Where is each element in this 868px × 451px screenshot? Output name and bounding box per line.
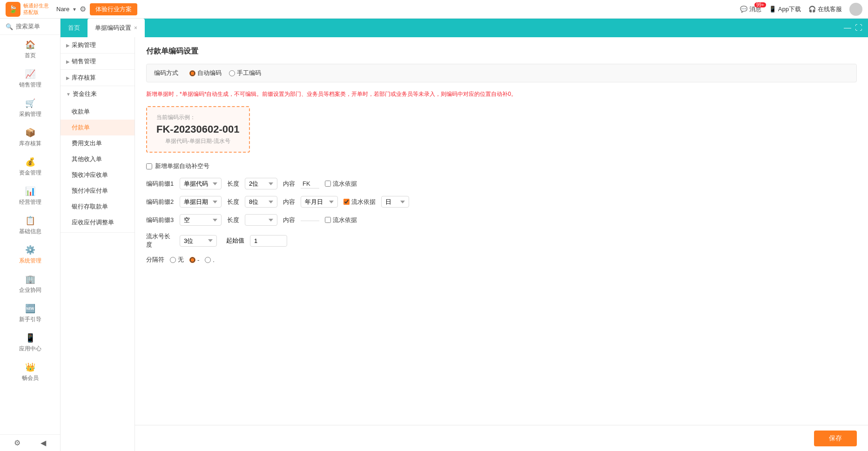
tab-bar: 首页 单据编码设置 × — ⛶ (61, 19, 868, 37)
menu-group-sales: ▶ 销售管理 (61, 54, 135, 70)
logo: 🍃 畅通好生意 搭配版 (6, 2, 49, 17)
search-icon: 🔍 (6, 23, 13, 30)
tab-minimize-btn[interactable]: — (844, 24, 851, 32)
prefix3-content-label: 内容 (283, 216, 295, 224)
member-icon: 👑 (25, 362, 35, 372)
prefix1-content-value: FK (301, 179, 319, 188)
auto-fill-checkbox[interactable] (146, 163, 152, 169)
separator-options: 无 - . (170, 256, 215, 264)
prefix2-length-select[interactable]: 4位 6位 8位 (245, 196, 277, 208)
prefix2-select[interactable]: 单据代码 单据日期 部门 业务员 空 (180, 196, 222, 208)
trial-btn[interactable]: 体验行业方案 (90, 3, 137, 15)
sub-menu-item-bank-deposit[interactable]: 银行存取款单 (61, 199, 135, 215)
sidebar-bottom: ⚙ ◀ (0, 434, 60, 451)
chevron-right-icon3: ▶ (66, 75, 70, 81)
menu-group-inventory: ▶ 库存核算 (61, 70, 135, 86)
prefix1-content-label: 内容 (283, 180, 295, 188)
tab-maximize-btn[interactable]: ⛶ (855, 24, 862, 32)
sub-menu-item-advance-payable[interactable]: 预付冲应付单 (61, 183, 135, 199)
prefix1-select[interactable]: 单据代码 单据日期 部门 业务员 空 (180, 178, 222, 189)
sep-none-radio[interactable]: 无 (170, 256, 184, 264)
sidebar-collapse-btn[interactable]: ◀ (40, 438, 46, 447)
code-preview-label: 当前编码示例： (156, 114, 240, 121)
user-avatar[interactable] (849, 3, 862, 16)
main-layout: 🔍 搜索菜单 🏠 首页 📈 销售管理 🛒 采购管理 📦 库存核算 💰 资金管理 … (0, 19, 868, 451)
sub-menu-item-receipt[interactable]: 收款单 (61, 104, 135, 120)
sub-menu-item-payment[interactable]: 付款单 (61, 120, 135, 135)
tab-close-btn[interactable]: × (134, 25, 137, 31)
menu-group-purchase-title[interactable]: ▶ 采购管理 (61, 37, 135, 53)
prefix3-content-value (301, 219, 319, 221)
sidebar-item-inventory[interactable]: 📦 库存核算 (0, 123, 60, 152)
prefix2-content-label: 内容 (283, 198, 295, 206)
prefix3-stream-check[interactable]: 流水依据 (325, 216, 357, 224)
sub-menu-item-other-income[interactable]: 其他收入单 (61, 151, 135, 167)
content-area: 首页 单据编码设置 × — ⛶ ▶ 采购管理 (61, 19, 868, 451)
company-dropdown-btn[interactable]: ▾ (73, 6, 76, 13)
prefix3-label: 编码前缀3 (146, 216, 174, 224)
inner-layout: ▶ 采购管理 ▶ 销售管理 ▶ 库存核算 (61, 37, 868, 451)
sales-icon: 📈 (25, 69, 35, 79)
menu-group-capital: ▼ 资金往来 收款单 付款单 费用支出单 (61, 86, 135, 233)
sidebar-item-apps[interactable]: 📱 应用中心 (0, 328, 60, 357)
sidebar-item-purchase[interactable]: 🛒 采购管理 (0, 94, 60, 123)
logo-icon: 🍃 (6, 2, 20, 17)
sidebar-item-guide[interactable]: 🆕 新手引导 (0, 299, 60, 328)
online-service-btn[interactable]: 🎧 在线客服 (808, 5, 842, 13)
prefix3-length-select[interactable] (245, 214, 277, 226)
sep-hyphen-radio[interactable]: - (189, 256, 199, 263)
tab-current[interactable]: 单据编码设置 × (87, 19, 145, 37)
prefix2-label: 编码前缀2 (146, 198, 174, 206)
page-wrapper: 付款单编码设置 编码方式 自动编码 手工编码 (135, 37, 868, 451)
serial-row: 流水号长度 2位 3位 4位 5位 起始值 (146, 232, 857, 249)
home-icon: 🏠 (25, 40, 35, 50)
tab-home[interactable]: 首页 (61, 19, 87, 37)
sidebar-settings-btn[interactable]: ⚙ (14, 438, 20, 447)
settings-btn[interactable]: ⚙ (80, 5, 86, 13)
page-title: 付款单编码设置 (146, 47, 857, 56)
sidebar-item-sales[interactable]: 📈 销售管理 (0, 64, 60, 94)
chevron-right-icon: ▶ (66, 43, 70, 48)
company-name: Nare (56, 6, 69, 13)
app-icon: 📱 (769, 6, 776, 13)
sidebar-item-home[interactable]: 🏠 首页 (0, 35, 60, 64)
sidebar-item-system[interactable]: ⚙️ 系统管理 (0, 240, 60, 269)
info-text: 新增单据时，*单据编码*自动生成，不可编辑。前缀设置为部门、业务员等档案类，开单… (146, 90, 857, 99)
finance-icon: 💰 (25, 157, 35, 167)
sep-dot-radio[interactable]: . (205, 256, 215, 263)
prefix3-select[interactable]: 单据代码 单据日期 部门 业务员 空 (180, 214, 222, 226)
message-btn[interactable]: 💬 消息 99+ (740, 5, 761, 13)
sidebar-item-finance[interactable]: 💰 资金管理 (0, 152, 60, 182)
sub-menu-item-ap-adjust[interactable]: 应收应付调整单 (61, 215, 135, 230)
purchase-icon: 🛒 (25, 98, 35, 108)
save-button[interactable]: 保存 (814, 431, 857, 446)
sidebar-item-operation[interactable]: 📊 经营管理 (0, 182, 60, 211)
prefix1-stream-check[interactable]: 流水依据 (325, 180, 357, 188)
sidebar-item-basic[interactable]: 📋 基础信息 (0, 211, 60, 240)
sidebar-item-member[interactable]: 👑 畅会员 (0, 357, 60, 387)
search-menu-btn[interactable]: 🔍 搜索菜单 (0, 19, 60, 35)
sidebar-item-enterprise[interactable]: 🏢 企业协同 (0, 269, 60, 299)
inventory-icon: 📦 (25, 128, 35, 138)
prefix2-content-select[interactable]: 年月日 年月 年 (301, 196, 338, 208)
sub-menu-item-advance-receivable[interactable]: 预收冲应收单 (61, 167, 135, 183)
code-preview: 当前编码示例： FK-20230602-001 单据代码-单据日期-流水号 (146, 106, 250, 153)
auto-fill-row: 新增单据自动补空号 (146, 162, 857, 170)
sub-menu-item-expense[interactable]: 费用支出单 (61, 135, 135, 151)
auto-encoding-radio[interactable]: 自动编码 (189, 69, 222, 77)
prefix2-stream-select[interactable]: 日 月 年 (381, 196, 409, 208)
start-value-input[interactable] (250, 235, 287, 247)
app-download-btn[interactable]: 📱 App下载 (769, 5, 801, 13)
auto-fill-label: 新增单据自动补空号 (155, 162, 209, 170)
menu-group-capital-title[interactable]: ▼ 资金往来 (61, 86, 135, 102)
code-preview-main: FK-20230602-001 (156, 123, 240, 135)
prefix1-length-select[interactable]: 2位 3位 4位 (245, 178, 277, 189)
prefix2-stream-check[interactable]: 流水依据 (343, 198, 376, 206)
top-bar: 🍃 畅通好生意 搭配版 Nare ▾ ⚙ 体验行业方案 💬 消息 99+ 📱 A… (0, 0, 868, 19)
menu-group-inventory-title[interactable]: ▶ 库存核算 (61, 70, 135, 86)
manual-encoding-radio[interactable]: 手工编码 (229, 69, 261, 77)
serial-length-select[interactable]: 2位 3位 4位 5位 (180, 235, 217, 247)
menu-group-sales-title[interactable]: ▶ 销售管理 (61, 54, 135, 69)
system-icon: ⚙️ (25, 245, 35, 255)
message-icon: 💬 (740, 6, 747, 13)
